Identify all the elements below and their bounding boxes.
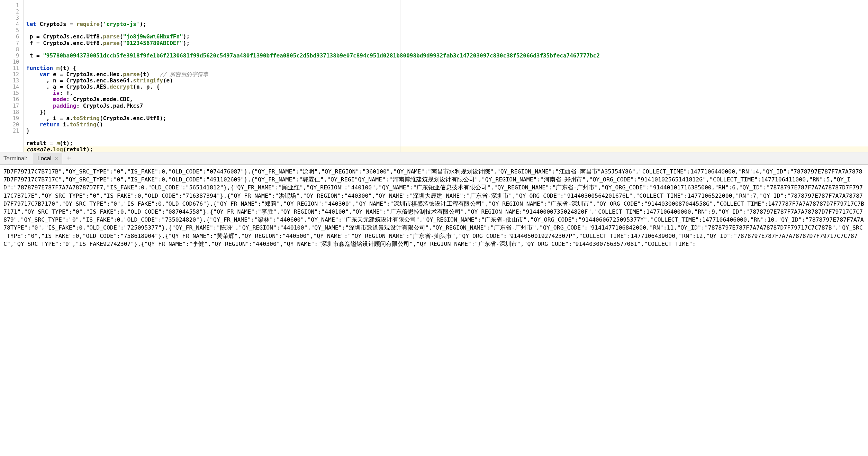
line-number: 19	[0, 115, 19, 122]
line-number: 10	[0, 59, 19, 65]
code-line[interactable]: , n = CryptoJs.enc.Base64.stringify(e)	[26, 78, 868, 84]
line-number: 17	[0, 103, 19, 109]
code-line[interactable]	[26, 46, 868, 53]
code-line[interactable]: p = CryptoJs.enc.Utf8.parse("jo8j9wGw%6H…	[26, 34, 868, 40]
terminal-tab-bar: Terminal: Local ✕ +	[0, 152, 868, 165]
line-number: 11	[0, 65, 19, 71]
line-number: 8	[0, 46, 19, 53]
line-number: 14	[0, 84, 19, 90]
line-number: 20	[0, 122, 19, 128]
terminal-label: Terminal:	[3, 155, 27, 162]
line-number: 18	[0, 109, 19, 115]
code-line[interactable]: f = CryptoJs.enc.Utf8.parse("0123456789A…	[26, 40, 868, 46]
code-line[interactable]: iv: f,	[26, 90, 868, 96]
line-gutter: 123456789101112131415161718192021	[0, 0, 24, 152]
code-line[interactable]	[26, 134, 868, 140]
line-number: 5	[0, 27, 19, 34]
code-area[interactable]: let CryptoJs = require('crypto-js'); p =…	[24, 0, 868, 152]
line-number: 3	[0, 15, 19, 21]
code-line[interactable]: console.log(retult);	[24, 146, 868, 152]
terminal-output[interactable]: 7D7F79717C7B717B","QY_SRC_TYPE":"0","IS_…	[0, 165, 868, 283]
code-line[interactable]	[26, 27, 868, 34]
code-line[interactable]: let CryptoJs = require('crypto-js');	[26, 21, 868, 27]
code-editor[interactable]: 123456789101112131415161718192021 let Cr…	[0, 0, 868, 152]
line-number: 21	[0, 128, 19, 134]
code-line[interactable]: , a = CryptoJs.AES.decrypt(n, p, {	[26, 84, 868, 90]
line-number: 2	[0, 9, 19, 15]
terminal-tab-name: Local	[37, 155, 52, 162]
line-number: 15	[0, 90, 19, 96]
line-number: 4	[0, 21, 19, 27]
code-line[interactable]: retult = m(t);	[26, 140, 868, 146]
code-line[interactable]: padding: CryptoJs.pad.Pkcs7	[26, 103, 868, 109]
code-line[interactable]: })	[26, 109, 868, 115]
line-number: 12	[0, 71, 19, 78]
line-number: 7	[0, 40, 19, 46]
terminal-tab-local[interactable]: Local ✕	[34, 153, 62, 164]
line-number: 13	[0, 78, 19, 84]
code-line[interactable]	[26, 59, 868, 65]
code-line[interactable]: function m(t) {	[26, 65, 868, 71]
code-line[interactable]: var e = CryptoJs.enc.Hex.parse(t) // 加密后…	[26, 71, 868, 78]
close-icon[interactable]: ✕	[54, 156, 58, 161]
line-number: 16	[0, 96, 19, 102]
code-line[interactable]: mode: CryptoJs.mode.CBC,	[26, 96, 868, 102]
margin-guide	[400, 0, 400, 152]
line-number: 6	[0, 34, 19, 40]
code-line[interactable]: return i.toString()	[26, 122, 868, 128]
line-number: 1	[0, 2, 19, 9]
code-line[interactable]: }	[26, 128, 868, 134]
line-number: 9	[0, 53, 19, 59]
code-line[interactable]: , i = a.toString(CryptoJs.enc.Utf8);	[26, 115, 868, 122]
code-line[interactable]: t = "95780ba0943730051dccb5fe3918f9fe1b6…	[26, 53, 868, 59]
add-tab-button[interactable]: +	[64, 153, 75, 164]
